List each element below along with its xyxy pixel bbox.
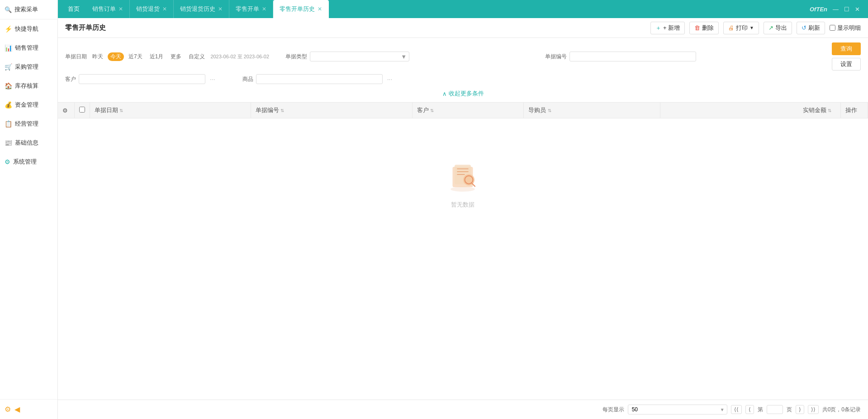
th-date[interactable]: 单据日期 ⇅: [90, 103, 251, 118]
goods-picker-btn[interactable]: ···: [385, 75, 394, 84]
first-page-btn[interactable]: ⟨⟨: [731, 405, 742, 414]
select-all-checkbox[interactable]: [79, 107, 85, 113]
date-btn-1month[interactable]: 近1月: [147, 52, 166, 61]
refresh-icon: ↺: [802, 24, 806, 31]
date-btn-more[interactable]: 更多: [168, 52, 184, 61]
gear-settings-icon[interactable]: ⚙: [62, 107, 68, 114]
search-area: 单据日期 昨天 今天 近7天 近1月 更多 自定义 2023-06-02 至 2…: [58, 38, 868, 103]
empty-state: 暂无数据: [58, 118, 868, 245]
page-suffix-label: 页: [787, 406, 792, 414]
query-button[interactable]: 查询: [832, 42, 861, 55]
minimize-btn[interactable]: —: [833, 6, 839, 13]
refresh-button[interactable]: ↺ 刷新: [797, 22, 825, 34]
date-field: 单据日期 昨天 今天 近7天 近1月 更多 自定义 2023-06-02 至 2…: [65, 52, 269, 61]
finance-icon: 💰: [5, 101, 12, 108]
more-conditions-btn[interactable]: ∧ 收起更多条件: [65, 88, 861, 98]
search-settings-button[interactable]: 设置: [832, 58, 861, 71]
sidebar-item-purchase-mgmt[interactable]: 🛒 采购管理: [0, 57, 57, 76]
action-buttons: 查询 设置: [832, 42, 861, 71]
tab-sales-return-history[interactable]: 销货退货历史 ✕: [174, 0, 229, 18]
sidebar: 🔍 搜索采单 ⚡ 快捷导航 📊 销售管理 🛒 采购管理 🏠 库存核算 💰 资金管…: [0, 0, 58, 419]
number-label: 单据编号: [545, 53, 567, 61]
tab-retail-open[interactable]: 零售开单 ✕: [229, 0, 273, 18]
export-icon: ↗: [768, 24, 773, 31]
display-detail-checkbox[interactable]: [830, 25, 835, 31]
tab-home[interactable]: 首页: [62, 0, 86, 18]
date-btn-today[interactable]: 今天: [108, 52, 124, 61]
tab-close-icon[interactable]: ✕: [119, 6, 123, 12]
sidebar-item-sys-mgmt[interactable]: ⚙ 系统管理: [0, 152, 57, 171]
tab-retail-open-history[interactable]: 零售开单历史 ✕: [273, 0, 329, 18]
th-checkbox: [74, 103, 90, 118]
sort-guide-icon[interactable]: ⇅: [548, 108, 551, 113]
table-body: 暂无数据: [58, 118, 868, 245]
export-button[interactable]: ↗ 导出: [764, 22, 792, 34]
sidebar-bottom: ⚙ ◀: [0, 399, 57, 419]
add-button[interactable]: ＋ + 新增: [650, 22, 685, 34]
tab-close-icon[interactable]: ✕: [162, 6, 167, 12]
tab-close-icon[interactable]: ✕: [262, 6, 266, 12]
page-size-select[interactable]: 20 50 100 200: [628, 405, 727, 414]
type-select[interactable]: [310, 52, 409, 61]
sidebar-item-basic-info[interactable]: 📰 基础信息: [0, 133, 57, 152]
empty-illustration: [442, 155, 483, 195]
tab-bar: 首页 销售订单 ✕ 销货退货 ✕ 销货退货历史 ✕ 零售开单 ✕ 零售开单历史 …: [58, 0, 868, 18]
tab-sales-return[interactable]: 销货退货 ✕: [130, 0, 174, 18]
collapse-icon[interactable]: ◀: [14, 405, 20, 414]
sidebar-item-sales-mgmt[interactable]: 📊 销售管理: [0, 38, 57, 57]
th-customer[interactable]: 客户 ⇅: [412, 103, 524, 118]
quick-nav-icon: ⚡: [5, 25, 12, 33]
sidebar-search-label: 搜索采单: [14, 5, 38, 14]
empty-text: 暂无数据: [451, 201, 474, 209]
data-table: ⚙ 单据日期 ⇅ 单据编号 ⇅ 客户 ⇅: [58, 103, 868, 245]
sidebar-search[interactable]: 🔍 搜索采单: [0, 0, 57, 19]
inventory-icon: 🏠: [5, 82, 12, 89]
th-number[interactable]: 单据编号 ⇅: [251, 103, 413, 118]
sidebar-item-label: 基础信息: [15, 139, 38, 147]
date-shortcuts: 昨天 今天 近7天 近1月 更多 自定义: [90, 52, 208, 61]
data-table-container: ⚙ 单据日期 ⇅ 单据编号 ⇅ 客户 ⇅: [58, 103, 868, 400]
number-input[interactable]: [569, 52, 696, 61]
sidebar-item-quick-nav[interactable]: ⚡ 快捷导航: [0, 19, 57, 38]
sort-amount-icon[interactable]: ⇅: [828, 108, 831, 113]
toolbar: 零售开单历史 ＋ + 新增 🗑 删除 🖨 打印 ▼ ↗ 导出 ↺ 刷新 显示明细: [58, 18, 868, 38]
th-gear[interactable]: ⚙: [58, 103, 74, 118]
brand-label: OfTEn: [810, 6, 827, 13]
sort-number-icon[interactable]: ⇅: [280, 108, 284, 113]
tab-sales-order[interactable]: 销售订单 ✕: [86, 0, 130, 18]
restore-btn[interactable]: ☐: [844, 6, 849, 13]
customer-input[interactable]: [79, 74, 205, 84]
tab-close-icon[interactable]: ✕: [218, 6, 223, 12]
date-btn-custom[interactable]: 自定义: [186, 52, 208, 61]
sales-icon: 📊: [5, 44, 12, 52]
close-btn[interactable]: ✕: [855, 6, 860, 13]
main-content: 首页 销售订单 ✕ 销货退货 ✕ 销货退货历史 ✕ 零售开单 ✕ 零售开单历史 …: [58, 0, 868, 419]
search-row-1: 单据日期 昨天 今天 近7天 近1月 更多 自定义 2023-06-02 至 2…: [65, 42, 861, 71]
sidebar-item-label: 资金管理: [15, 101, 38, 109]
sort-customer-icon[interactable]: ⇅: [430, 108, 434, 113]
total-info: 共0页，0条记录: [822, 406, 861, 414]
sort-date-icon[interactable]: ⇅: [119, 108, 123, 113]
next-page-btn[interactable]: ⟩: [796, 405, 804, 414]
prev-page-btn[interactable]: ⟨: [745, 405, 754, 414]
display-detail-toggle[interactable]: 显示明细: [830, 24, 861, 32]
date-btn-yesterday[interactable]: 昨天: [90, 52, 106, 61]
th-guide[interactable]: 导购员 ⇅: [524, 103, 660, 118]
th-amount[interactable]: 实销金额 ⇅: [660, 103, 841, 118]
sidebar-item-label: 快捷导航: [15, 25, 38, 33]
tab-close-icon[interactable]: ✕: [318, 6, 322, 12]
settings-icon[interactable]: ⚙: [5, 405, 11, 414]
delete-button[interactable]: 🗑 删除: [689, 22, 719, 34]
page-size-wrapper: 20 50 100 200 ▼: [628, 405, 727, 414]
sidebar-item-operation[interactable]: 📋 经营管理: [0, 114, 57, 133]
print-button[interactable]: 🖨 打印 ▼: [723, 22, 759, 34]
page-number-label: 第: [758, 406, 763, 414]
date-btn-7days[interactable]: 近7天: [126, 52, 145, 61]
page-input[interactable]: 1: [767, 405, 783, 414]
sidebar-item-finance[interactable]: 💰 资金管理: [0, 95, 57, 114]
goods-input[interactable]: [256, 74, 383, 84]
last-page-btn[interactable]: ⟩⟩: [808, 405, 819, 414]
sidebar-item-inventory[interactable]: 🏠 库存核算: [0, 76, 57, 95]
operation-icon: 📋: [5, 120, 12, 127]
customer-picker-btn[interactable]: ···: [208, 75, 217, 84]
